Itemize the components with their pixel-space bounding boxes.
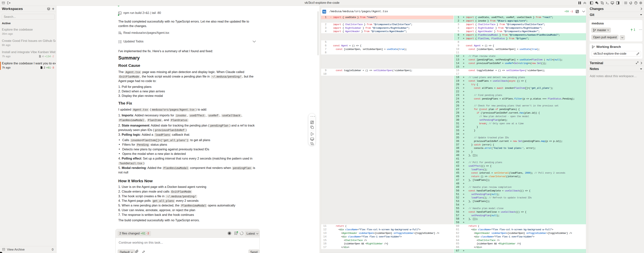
svg-text:?: ? [635,2,636,4]
